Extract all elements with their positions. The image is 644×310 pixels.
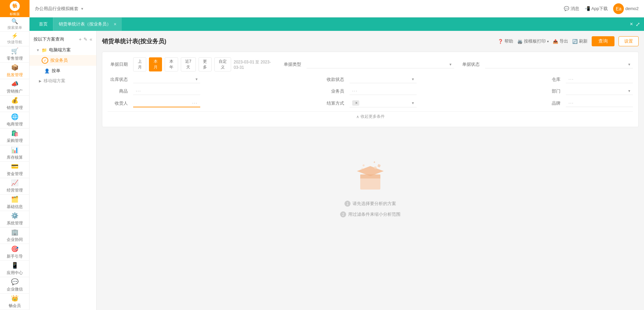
sidebar-item-marketing[interactable]: 📣 营销推广 [0,79,30,96]
logo[interactable]: 畅 标账版 [0,0,30,17]
user-avatar[interactable]: Ea demo2 [613,3,639,14]
settings-button[interactable]: 设置 [619,36,639,46]
sidebar-item-operations[interactable]: 📈 经营管理 [0,178,30,195]
svg-text:✦: ✦ [373,160,376,164]
doc-type-arrow: ▾ [449,62,451,67]
left-panel-header: 按以下方案查询 + ✎ « [30,34,96,45]
sidebar-item-member[interactable]: 👑 畅会员 [0,294,30,310]
query-button[interactable]: 查询 [592,36,614,46]
sidebar-item-retail[interactable]: 🛒 零售管理 [0,46,30,63]
top-header: 办公用品行业模拟账套 ▾ 💬 消息 📲 App下载 Ea demo2 [30,0,644,17]
sidebar-item-finance[interactable]: 💳 资金管理 [0,162,30,178]
svg-rect-2 [360,174,380,178]
collapse-filter-btn[interactable]: ∧ 收起更多条件 [108,112,633,121]
sidebar-item-inventory[interactable]: 📊 库存核算 [0,145,30,162]
help-icon: ❓ [498,39,503,44]
app-download-btn[interactable]: 📲 App下载 [585,6,608,12]
date-btn-this-month[interactable]: 本月 [149,57,162,71]
salesperson-label: 业务员 [324,88,344,94]
empty-illustration: ✦ ✦ [354,159,387,194]
retail-icon: 🛒 [11,47,18,55]
sidebar-item-basic[interactable]: 🗂️ 基础信息 [0,195,30,211]
guide-icon: 🎯 [11,245,18,253]
receiver-dots: ··· [192,101,198,105]
filter-row-2: 出库状态 ▾ 收款状态 ▾ 仓库 ··· [108,75,633,83]
sidebar-item-guide[interactable]: 🎯 新手引导 [0,244,30,260]
date-btn-this-year[interactable]: 本年 [165,57,178,71]
message-icon: 💬 [564,6,569,11]
tab-close-btn[interactable]: × [114,21,116,27]
collapse-panel-btn[interactable]: « [90,37,92,42]
product-select[interactable]: ··· [133,87,200,95]
date-btn-custom[interactable]: 自定义 [214,57,231,71]
tree-pc-group[interactable]: ▼ 📁 电脑端方案 [30,45,96,55]
settlement-clear-x[interactable]: × [355,101,358,105]
tree-mobile-group[interactable]: ▶ 移动端方案 [30,76,96,86]
warehouse-select[interactable]: ··· [566,75,633,83]
empty-text: 1 请先选择要分析的方案 2 用过滤条件来缩小分析范围 [340,199,400,219]
message-btn[interactable]: 💬 消息 [564,6,579,12]
corp-icon: 🏢 [11,228,18,236]
sidebar-item-purchase[interactable]: 🛍️ 采购管理 [0,128,30,145]
collapse-icon: ∧ [356,114,359,119]
help-btn[interactable]: ❓ 帮助 [498,38,513,44]
svg-text:✦: ✦ [361,167,363,170]
settlement-clear-btn[interactable]: × [352,100,359,106]
out-status-select[interactable]: ▾ [133,75,200,83]
edit-scheme-btn[interactable]: ✎ [84,37,88,42]
empty-box-svg: ✦ ✦ [354,159,387,193]
sidebar-search[interactable]: 🔍 搜索菜单 [0,17,30,32]
doc-type-select[interactable]: ▾ [307,61,454,68]
print-dropdown-icon[interactable]: ▾ [547,40,549,43]
date-btn-last-month[interactable]: 上月 [133,57,146,71]
tab-bar: 首页 销货单统计表（按业务员） × × ⤢ [30,17,644,31]
date-btn-more[interactable]: 更多 [199,57,212,71]
sidebar-item-wholesale[interactable]: 📦 批发管理 [0,63,30,79]
sidebar-item-system[interactable]: ⚙️ 系统管理 [0,211,30,227]
tree-item-by-order[interactable]: 👤 按单 [30,66,96,76]
empty-state: ✦ ✦ 1 请先选择要分析的方案 2 用过滤条件来缩小分析范围 [102,133,639,246]
doc-status-select[interactable]: ▾ [485,61,633,68]
salesperson-select[interactable]: ··· [350,87,417,95]
sidebar-item-appstore[interactable]: 📱 应用中心 [0,261,30,277]
sidebar-item-ecommerce[interactable]: 🌐 电商管理 [0,112,30,128]
receiver-input-wrapper: ··· [133,99,200,107]
tab-active[interactable]: 销货单统计表（按业务员） × [53,17,122,31]
settlement-label: 结算方式 [324,100,344,106]
logo-icon: 畅 [10,1,20,11]
sidebar-item-sales[interactable]: 💰 销售管理 [0,96,30,112]
svg-point-3 [374,166,377,169]
right-content: 销货单统计表(按业务员) ❓ 帮助 🖨️ 按模板打印 ▾ 📤 导出 [97,31,644,310]
print-btn[interactable]: 🖨️ 按模板打印 ▾ [517,38,549,44]
settlement-select[interactable]: × ▾ [350,99,417,107]
sidebar-quick-nav[interactable]: ⚡ 快捷导航 [0,32,30,46]
department-select[interactable]: ▾ [566,87,633,95]
doc-status-arrow: ▾ [628,62,630,67]
header-right: 💬 消息 📲 App下载 Ea demo2 [564,3,639,14]
filter-row-1: 单据日期 上月 本月 本年 近7天 更多 自定义 2023-03-01 至 20… [108,57,633,71]
step2-num: 2 [340,211,346,217]
date-btn-last-7-days[interactable]: 近7天 [181,57,196,71]
tab-home[interactable]: 首页 [34,17,53,31]
sidebar-item-wechat[interactable]: 💬 企业微信 [0,277,30,294]
svg-point-5 [363,164,365,166]
receiver-input[interactable] [136,100,192,105]
download-icon: 📲 [585,6,590,11]
tree-item-by-salesperson[interactable]: ✓ 按业务员 [30,55,96,66]
left-panel-actions: + ✎ « [79,37,92,42]
page-title-bar: 销货单统计表(按业务员) ❓ 帮助 🖨️ 按模板打印 ▾ 📤 导出 [102,36,639,46]
add-scheme-btn[interactable]: + [79,37,82,42]
tab-minimize-btn[interactable]: × [630,21,633,27]
breadcrumb-dropdown-icon[interactable]: ▾ [81,6,83,11]
left-panel-title: 按以下方案查询 [34,36,64,42]
finance-icon: 💳 [11,163,18,170]
brand-select[interactable]: ··· [566,99,633,107]
mobile-group-arrow: ▶ [39,79,42,83]
payment-status-select[interactable]: ▾ [350,75,417,83]
tab-maximize-btn[interactable]: ⤢ [636,21,640,28]
sidebar-item-corp[interactable]: 🏢 企业协同 [0,227,30,244]
product-dots: ··· [136,89,141,93]
export-btn[interactable]: 📤 导出 [553,38,568,44]
refresh-btn[interactable]: 🔄 刷新 [572,38,588,44]
logo-text: 标账版 [10,12,20,16]
